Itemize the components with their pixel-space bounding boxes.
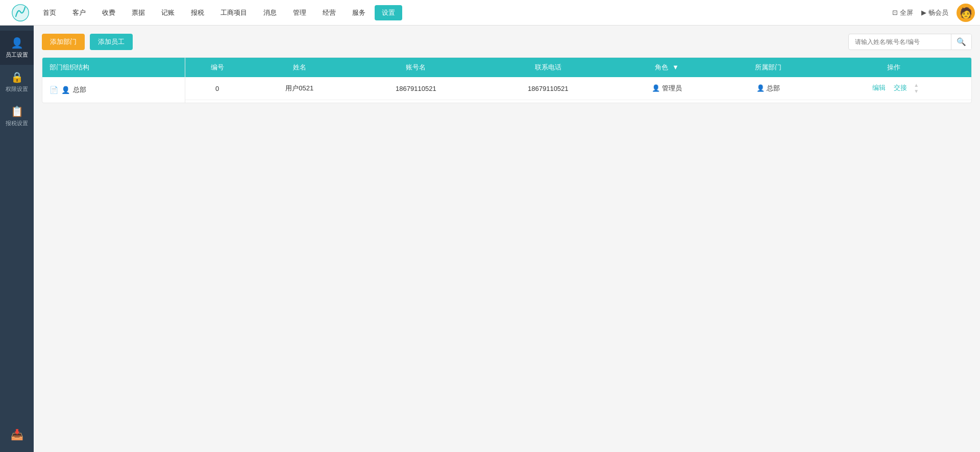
member-button[interactable]: ▶ 畅会员 xyxy=(921,8,948,17)
employee-icon: 👤 xyxy=(11,37,23,49)
toolbar: 添加部门 添加员工 🔍 xyxy=(42,34,972,50)
col-phone: 联系电话 xyxy=(482,58,614,77)
transfer-button[interactable]: 交接 xyxy=(894,84,907,91)
nav-menu: 首页 客户 收费 票据 记账 报税 工商项目 消息 管理 经营 服务 设置 xyxy=(36,5,892,20)
search-box: 🔍 xyxy=(848,34,972,50)
edit-button[interactable]: 编辑 xyxy=(872,84,886,91)
download-icon: 📥 xyxy=(11,429,23,441)
permission-icon: 🔒 xyxy=(11,71,23,83)
search-input[interactable] xyxy=(849,35,951,49)
nav-service[interactable]: 服务 xyxy=(345,5,373,20)
logo xyxy=(5,4,36,22)
cell-account: 18679110521 xyxy=(350,77,482,100)
scroll-up-icon[interactable]: ▲ xyxy=(914,82,919,88)
nav-right-actions: ⊡ 全屏 ▶ 畅会员 🧑 xyxy=(892,4,975,22)
col-name: 姓名 xyxy=(249,58,350,77)
col-account: 账号名 xyxy=(350,58,482,77)
scroll-down-icon[interactable]: ▼ xyxy=(914,88,919,94)
col-actions: 操作 xyxy=(817,58,971,77)
nav-invoice[interactable]: 票据 xyxy=(125,5,152,20)
member-label: 畅会员 xyxy=(928,8,948,17)
table: 编号 姓名 账号名 联系电话 角色 ▼ 所属部门 操作 0 xyxy=(185,58,971,100)
main-content: 添加部门 添加员工 🔍 部门组织结构 📄 👤 总部 xyxy=(34,26,980,452)
dept-name-cell: 总部 xyxy=(767,84,780,92)
person-dept-icon: 👤 xyxy=(61,86,70,94)
dept-person-icon: 👤 xyxy=(756,84,765,92)
employee-table: 编号 姓名 账号名 联系电话 角色 ▼ 所属部门 操作 0 xyxy=(185,58,971,103)
content-panel: 部门组织结构 📄 👤 总部 编号 姓名 账号名 联系电话 xyxy=(42,57,972,103)
sidebar-item-download[interactable]: 📥 xyxy=(11,422,23,447)
search-button[interactable]: 🔍 xyxy=(951,34,971,50)
col-dept: 所属部门 xyxy=(720,58,817,77)
nav-operation[interactable]: 经营 xyxy=(315,5,343,20)
nav-tax[interactable]: 报税 xyxy=(184,5,211,20)
file-icon: 📄 xyxy=(50,86,58,94)
sidebar-item-permission[interactable]: 🔒 权限设置 xyxy=(0,65,34,99)
user-avatar[interactable]: 🧑 xyxy=(957,4,975,22)
role-name: 管理员 xyxy=(662,84,682,92)
dept-tree: 部门组织结构 📄 👤 总部 xyxy=(42,58,185,103)
col-id: 编号 xyxy=(185,58,249,77)
cell-phone: 18679110521 xyxy=(482,77,614,100)
member-icon: ▶ xyxy=(921,9,926,16)
col-role: 角色 ▼ xyxy=(614,58,720,77)
nav-message[interactable]: 消息 xyxy=(256,5,284,20)
cell-dept: 👤 总部 xyxy=(720,77,817,100)
search-icon: 🔍 xyxy=(957,37,966,46)
role-filter-icon[interactable]: ▼ xyxy=(672,63,679,71)
cell-role: 👤 管理员 xyxy=(614,77,720,100)
sidebar: 👤 员工设置 🔒 权限设置 📋 报税设置 📥 xyxy=(0,26,34,452)
fullscreen-button[interactable]: ⊡ 全屏 xyxy=(892,8,913,17)
fullscreen-label: 全屏 xyxy=(900,8,913,17)
dept-tree-body: 📄 👤 总部 xyxy=(42,77,185,103)
nav-home[interactable]: 首页 xyxy=(36,5,63,20)
cell-name: 用户0521 xyxy=(249,77,350,100)
top-navigation: 首页 客户 收费 票据 记账 报税 工商项目 消息 管理 经营 服务 设置 ⊡ … xyxy=(0,0,980,26)
cell-id: 0 xyxy=(185,77,249,100)
dept-name: 总部 xyxy=(73,85,86,94)
nav-settings[interactable]: 设置 xyxy=(375,5,402,20)
fullscreen-icon: ⊡ xyxy=(892,9,898,16)
sidebar-employee-label: 员工设置 xyxy=(6,51,28,59)
sidebar-item-taxsettings[interactable]: 📋 报税设置 xyxy=(0,99,34,133)
taxsettings-icon: 📋 xyxy=(11,105,23,117)
cell-actions: 编辑 交接 ▲ ▼ xyxy=(817,77,971,100)
sidebar-taxsettings-label: 报税设置 xyxy=(6,120,28,127)
nav-customer[interactable]: 客户 xyxy=(65,5,93,20)
role-person-icon: 👤 xyxy=(652,84,660,92)
table-header-row: 编号 姓名 账号名 联系电话 角色 ▼ 所属部门 操作 xyxy=(185,58,971,77)
table-row: 0 用户0521 18679110521 18679110521 👤 管理员 👤… xyxy=(185,77,971,100)
add-dept-button[interactable]: 添加部门 xyxy=(42,34,85,50)
nav-accounting[interactable]: 记账 xyxy=(154,5,182,20)
sidebar-item-employee[interactable]: 👤 员工设置 xyxy=(0,31,34,65)
add-employee-button[interactable]: 添加员工 xyxy=(90,34,133,50)
sidebar-permission-label: 权限设置 xyxy=(6,85,28,93)
dept-tree-item[interactable]: 📄 👤 总部 xyxy=(42,81,185,99)
nav-business[interactable]: 工商项目 xyxy=(213,5,254,20)
nav-manage[interactable]: 管理 xyxy=(286,5,313,20)
dept-tree-header: 部门组织结构 xyxy=(42,58,185,77)
nav-billing[interactable]: 收费 xyxy=(95,5,122,20)
